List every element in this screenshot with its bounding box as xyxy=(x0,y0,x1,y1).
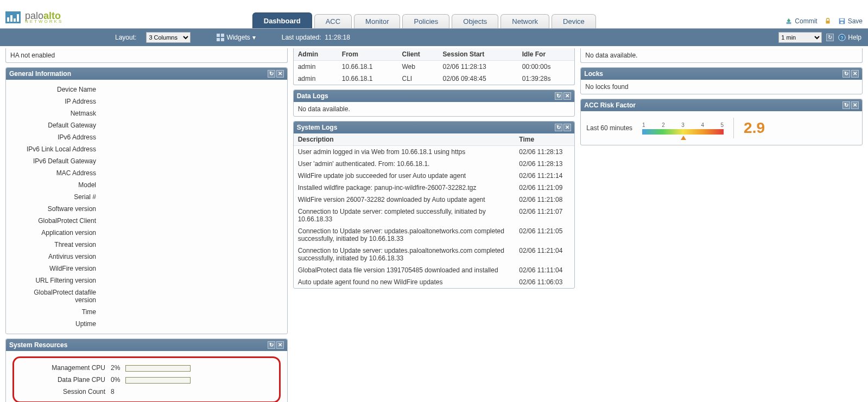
resource-value: 0% xyxy=(109,374,273,385)
help-button[interactable]: ? Help xyxy=(838,34,861,41)
logo-mark-icon xyxy=(5,11,21,23)
refresh-widget-button[interactable]: ↻ xyxy=(842,70,850,78)
field-label: IPv6 Link Local Address xyxy=(11,144,98,155)
field-value xyxy=(99,84,282,95)
log-description: Installed wildfire package: panup-inc-wi… xyxy=(294,182,515,194)
refresh-button[interactable]: ↻ xyxy=(826,34,834,41)
widget-title: System Resources xyxy=(9,341,67,349)
field-value xyxy=(99,144,282,155)
resource-row: Data Plane CPU0% xyxy=(21,374,273,385)
field-label: MAC Address xyxy=(11,168,98,178)
locks-widget: Locks ↻ ✕ No locks found xyxy=(580,67,863,94)
tab-monitor[interactable]: Monitor xyxy=(354,14,400,28)
log-description: Connection to Update server: updates.pal… xyxy=(294,225,515,245)
info-row: Uptime xyxy=(11,318,282,329)
field-label: Time xyxy=(11,307,98,317)
info-row: GlobalProtect Client xyxy=(11,215,282,226)
close-widget-button[interactable]: ✕ xyxy=(851,70,859,78)
layout-select[interactable]: 3 Columns xyxy=(146,32,191,43)
field-label: Software version xyxy=(11,203,98,214)
close-widget-button[interactable]: ✕ xyxy=(276,70,284,78)
refresh-interval-select[interactable]: 1 min xyxy=(778,32,822,43)
refresh-widget-button[interactable]: ↻ xyxy=(555,92,562,100)
brand-sub: NETWORKS xyxy=(25,20,63,24)
resource-value: 8 xyxy=(109,386,273,397)
column-header: Session Start xyxy=(439,48,518,61)
info-row: GlobalProtect datafile version xyxy=(11,287,282,305)
table-row: Installed wildfire package: panup-inc-wi… xyxy=(294,182,575,194)
table-row: Auto update agent found no new WildFire … xyxy=(294,276,575,288)
refresh-widget-button[interactable]: ↻ xyxy=(268,70,275,78)
column-header: Idle For xyxy=(518,48,575,61)
main-tabs: DashboardACCMonitorPoliciesObjectsNetwor… xyxy=(251,0,597,28)
field-label: IP Address xyxy=(11,96,98,107)
cell: CLI xyxy=(397,73,438,85)
column-header: Admin xyxy=(294,48,338,61)
info-row: URL Filtering version xyxy=(11,275,282,286)
tab-acc[interactable]: ACC xyxy=(314,14,352,28)
info-row: Netmask xyxy=(11,108,282,119)
field-label: IPv6 Default Gateway xyxy=(11,156,98,167)
tick-label: 3 xyxy=(681,122,685,128)
empty-text: No data available. xyxy=(298,105,350,113)
svg-rect-3 xyxy=(840,19,844,21)
info-row: Software version xyxy=(11,203,282,214)
tab-device[interactable]: Device xyxy=(552,14,596,28)
svg-rect-1 xyxy=(826,21,829,23)
table-row: User 'admin' authenticated. From: 10.66.… xyxy=(294,158,575,170)
widgets-dropdown[interactable]: Widgets ▾ xyxy=(217,34,255,41)
field-value xyxy=(99,203,282,214)
close-widget-button[interactable]: ✕ xyxy=(276,341,284,349)
table-row: admin10.66.18.1Web02/06 11:28:1300:00:00… xyxy=(294,61,575,73)
tab-network[interactable]: Network xyxy=(500,14,549,28)
cell: 10.66.18.1 xyxy=(338,61,398,73)
log-description: WildFire version 26007-32282 downloaded … xyxy=(294,194,515,206)
widget-title: Data Logs xyxy=(297,92,328,100)
commit-button[interactable]: Commit xyxy=(785,17,817,25)
tab-objects[interactable]: Objects xyxy=(452,14,498,28)
log-time: 02/06 11:21:05 xyxy=(515,225,574,245)
widgets-icon xyxy=(217,34,224,41)
resource-label: Management CPU xyxy=(21,362,107,373)
last-updated-label: Last updated: xyxy=(282,34,321,41)
log-description: Auto update agent found no new WildFire … xyxy=(294,276,515,288)
last-updated-value: 11:28:18 xyxy=(325,34,350,41)
column-header: Client xyxy=(397,48,438,61)
field-value xyxy=(99,168,282,178)
field-value xyxy=(99,307,282,317)
field-value xyxy=(99,108,282,119)
tab-dashboard[interactable]: Dashboard xyxy=(252,12,312,28)
tab-policies[interactable]: Policies xyxy=(402,14,449,28)
close-widget-button[interactable]: ✕ xyxy=(851,101,859,109)
field-label: Antivirus version xyxy=(11,251,98,262)
field-label: WildFire version xyxy=(11,263,98,274)
refresh-widget-button[interactable]: ↻ xyxy=(842,101,850,109)
info-row: Time xyxy=(11,307,282,317)
brand-logo: paloalto NETWORKS xyxy=(5,11,63,28)
info-row: Device Name xyxy=(11,84,282,95)
field-value xyxy=(99,275,282,286)
field-value xyxy=(99,227,282,238)
field-value xyxy=(99,192,282,202)
field-value xyxy=(99,287,282,305)
field-value xyxy=(99,215,282,226)
refresh-widget-button[interactable]: ↻ xyxy=(268,341,275,349)
cell: 00:00:00s xyxy=(518,61,575,73)
svg-text:?: ? xyxy=(841,35,844,41)
general-information-widget: General Information ↻ ✕ Device NameIP Ad… xyxy=(5,67,288,334)
save-button[interactable]: Save xyxy=(838,17,863,25)
info-row: IP Address xyxy=(11,96,282,107)
field-label: GlobalProtect datafile version xyxy=(11,287,98,305)
resource-label: Session Count xyxy=(21,386,107,397)
data-logs-widget: Data Logs ↻ ✕ No data available. xyxy=(293,90,575,117)
info-row: Serial # xyxy=(11,192,282,202)
field-value xyxy=(99,251,282,262)
close-widget-button[interactable]: ✕ xyxy=(563,92,571,100)
refresh-widget-button[interactable]: ↻ xyxy=(555,124,562,131)
field-label: Device Name xyxy=(11,84,98,95)
close-widget-button[interactable]: ✕ xyxy=(563,124,571,131)
field-label: Default Gateway xyxy=(11,120,98,131)
system-resources-widget: System Resources ↻ ✕ Management CPU2% Da… xyxy=(5,339,288,402)
lock-icon[interactable] xyxy=(824,17,832,25)
tick-label: 4 xyxy=(701,122,704,128)
